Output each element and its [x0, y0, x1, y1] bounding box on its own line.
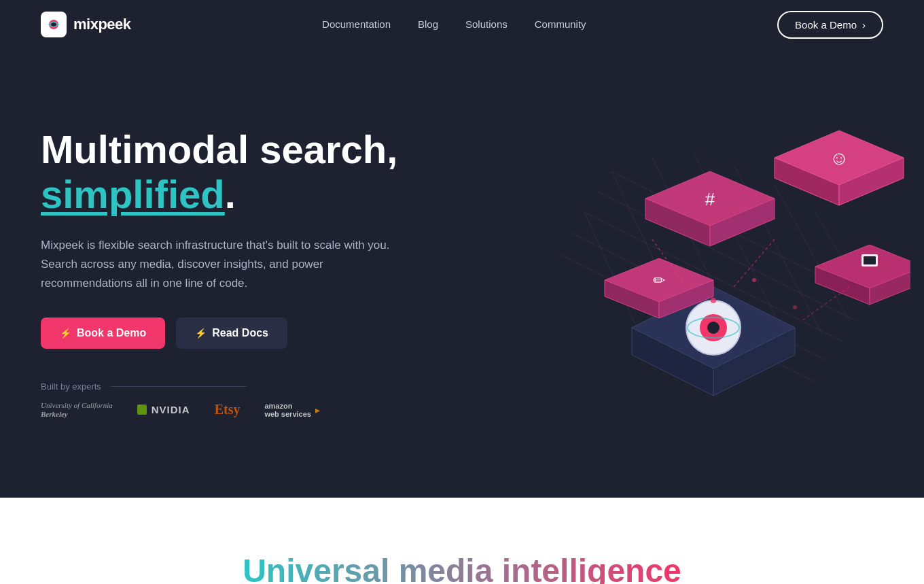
svg-point-40 [752, 278, 756, 282]
hero-buttons: ⚡ Book a Demo ⚡ Read Docs [41, 317, 408, 349]
logo-text: mixpeek [73, 16, 131, 33]
navbar: mixpeek Documentation Blog Solutions Com… [0, 0, 924, 49]
hero-read-docs-button[interactable]: ⚡ Read Docs [176, 317, 287, 349]
svg-text:☺: ☺ [830, 148, 849, 169]
logos-row: University of CaliforniaBerkeley ■ NVIDI… [41, 401, 408, 419]
etsy-logo: Etsy [215, 402, 241, 417]
built-by-label: Built by experts [41, 381, 408, 392]
berkeley-logo: University of CaliforniaBerkeley [41, 401, 113, 419]
svg-point-39 [711, 298, 716, 303]
hero-description: Mixpeek is flexible search infrastructur… [41, 236, 408, 293]
nav-item-community[interactable]: Community [535, 18, 586, 31]
nav-links: Documentation Blog Solutions Community [322, 18, 586, 31]
chevron-right-icon: › [862, 19, 866, 31]
nav-item-solutions[interactable]: Solutions [465, 18, 508, 31]
hero-illustration: ☺ # [516, 76, 924, 470]
logo-icon [41, 12, 67, 37]
svg-line-12 [775, 185, 849, 321]
section2-title: Universal media intelligence [41, 552, 883, 584]
nav-item-documentation[interactable]: Documentation [322, 18, 391, 31]
svg-text:✏: ✏ [653, 272, 666, 289]
hero-content: Multimodal search, simplified. Mixpeek i… [41, 128, 408, 419]
section2-title-highlight: Universal media intelligence [243, 553, 681, 584]
hero-heading: Multimodal search, simplified. [41, 128, 408, 217]
svg-text:#: # [705, 189, 715, 209]
aws-logo: amazonweb services ▸ [264, 402, 320, 418]
section2: Universal media intelligence Find and un… [0, 498, 924, 584]
hero-section: Multimodal search, simplified. Mixpeek i… [0, 49, 924, 498]
svg-point-41 [793, 305, 797, 309]
built-by-section: Built by experts University of Californi… [41, 381, 408, 419]
nav-book-demo-button[interactable]: Book a Demo › [777, 11, 883, 39]
logo[interactable]: mixpeek [41, 12, 131, 37]
nav-item-blog[interactable]: Blog [418, 18, 438, 31]
hero-book-demo-button[interactable]: ⚡ Book a Demo [41, 317, 165, 349]
lightning-icon: ⚡ [60, 328, 71, 339]
docs-lightning-icon: ⚡ [195, 328, 207, 339]
nvidia-logo: ■ NVIDIA [137, 404, 190, 415]
svg-rect-34 [864, 256, 876, 264]
svg-point-20 [707, 322, 719, 334]
